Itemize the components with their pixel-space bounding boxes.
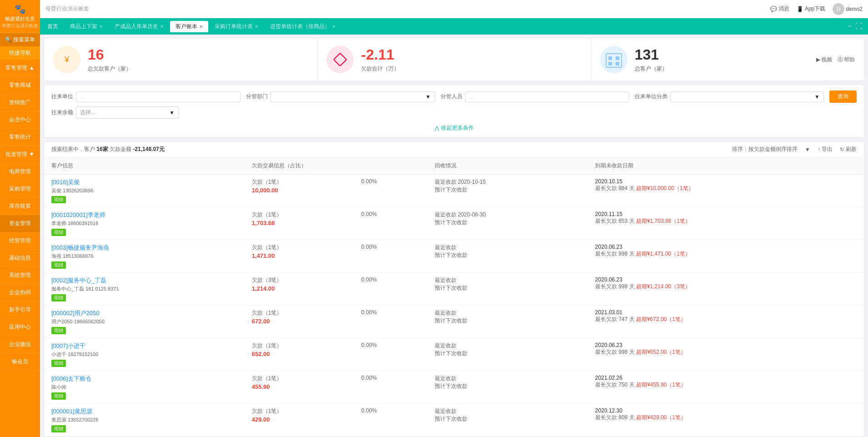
collapse-filter-btn[interactable]: ⋀ 收起更多条件 <box>51 122 857 132</box>
sidebar-item-guide[interactable]: 新手引导 <box>0 301 40 319</box>
balance-select[interactable]: 选择... ▼ <box>76 106 179 119</box>
sidebar-item-purchase[interactable]: 采购管理 <box>0 181 40 198</box>
sidebar-item-retail-stats[interactable]: 零售统计 <box>0 129 40 146</box>
user-profile[interactable]: D demo2 <box>833 3 863 15</box>
export-btn[interactable]: ↑ 导出 <box>818 146 833 153</box>
overdue-link[interactable]: 超期¥10,000.00（1笔） <box>636 185 694 191</box>
sidebar-item-member-plus[interactable]: 畅会员 <box>0 353 40 371</box>
card-icon-building <box>600 46 627 73</box>
customer-name-link[interactable]: [0001020001]李老师 <box>51 211 237 219</box>
table-row: [0006]去下粮仓 陈小帅 现销 欠款（1笔） 455.90 0.00% 最近… <box>44 371 864 404</box>
sidebar-item-wecom[interactable]: 企业微信 <box>0 336 40 353</box>
tab-customer-account[interactable]: 客户账本 ✕ <box>170 21 208 32</box>
tab-product-shelf[interactable]: 商品上下架 ✕ <box>65 21 108 32</box>
category-select[interactable]: ▼ <box>670 91 824 102</box>
tab-label: 客户账本 <box>176 23 197 30</box>
app-download-btn[interactable]: 📱 App下载 <box>797 5 825 13</box>
customer-count: 16家 <box>96 146 108 152</box>
cell-ratio: 0.00% <box>354 175 427 207</box>
overdue-link[interactable]: 超期¥672.00（1笔） <box>636 316 686 322</box>
sidebar-item-label: 基础信息 <box>9 255 31 261</box>
overdue-link[interactable]: 超期¥455.90（1笔） <box>636 382 686 388</box>
tab-close-icon[interactable]: ✕ <box>160 24 164 29</box>
sidebar-item-retail-store[interactable]: 零售商城 <box>0 77 40 94</box>
table-row: [000001]黄思源 黄思源 13552700226 现销 欠款（1笔） 42… <box>44 404 864 437</box>
customer-name-link[interactable]: [0016]吴俊 <box>51 178 237 186</box>
customer-tag: 现销 <box>51 425 66 432</box>
tab-close-icon[interactable]: ✕ <box>332 24 336 29</box>
debt-count: 欠款（1笔） <box>252 211 347 219</box>
overdue-link[interactable]: 超期¥1,471.00（1笔） <box>636 251 691 257</box>
message-btn[interactable]: 💬 消息 <box>770 5 789 13</box>
tabs-minimize-btn[interactable]: − <box>848 22 852 30</box>
tab-product-history[interactable]: 产成品入库单历史 ✕ <box>109 21 169 32</box>
chevron-down-icon[interactable]: ▼ <box>805 146 810 153</box>
cell-ratio: 0.00% <box>354 404 427 437</box>
vendor-input[interactable]: ... <box>76 91 241 102</box>
sidebar-item-inventory[interactable]: 库存核算 <box>0 198 40 215</box>
svg-text:¥: ¥ <box>64 55 70 64</box>
cell-customer-info: [0016]吴俊 吴俊 13026203696 现销 <box>44 175 245 207</box>
query-button[interactable]: 查询 <box>829 90 857 103</box>
category-label: 往来单位分类 <box>635 93 667 100</box>
sidebar-item-label: 电商管理 <box>9 168 31 175</box>
debt-count: 欠款（3笔） <box>252 276 347 284</box>
sidebar-item-operations[interactable]: 经营管理 <box>0 232 40 250</box>
sidebar-item-wholesale[interactable]: 批发管理 ▼ <box>0 146 40 163</box>
last-payment: 最近收款 <box>435 309 581 317</box>
refresh-btn[interactable]: ↻ 刷新 <box>840 146 857 153</box>
tab-close-icon[interactable]: ✕ <box>99 24 103 29</box>
sidebar-item-member[interactable]: 会员中心 <box>0 111 40 129</box>
quick-nav[interactable]: 快捷导航 <box>0 46 40 60</box>
sidebar-item-ecommerce[interactable]: 电商管理 <box>0 163 40 181</box>
svg-rect-5 <box>616 56 619 60</box>
tab-close-icon[interactable]: ✕ <box>255 24 258 29</box>
tab-home[interactable]: 首页 <box>42 21 64 32</box>
sidebar-item-retail-management[interactable]: 零售管理 ▲ <box>0 60 40 77</box>
cell-customer-info: [0003]畅捷服务尹海燕 海燕 18513066976 现销 <box>44 240 245 273</box>
video-btn[interactable]: ▶ 视频 <box>816 56 832 64</box>
tab-close-icon[interactable]: ✕ <box>199 24 203 29</box>
overdue-link[interactable]: 超期¥652.00（1笔） <box>636 349 686 355</box>
manager-input[interactable]: ... <box>465 91 630 102</box>
sidebar-item-basic-info[interactable]: 基础信息 <box>0 250 40 267</box>
debt-amount-value: 429.00 <box>252 416 347 423</box>
cell-due-date: 2021.03.01 最长欠款 747 天 超期¥672.00（1笔） <box>588 306 864 338</box>
due-date-value: 2020.06.23 <box>595 342 857 348</box>
customer-name-link[interactable]: [0002]服务中心_丁磊 <box>51 276 237 285</box>
customer-name-link[interactable]: [000001]黄思源 <box>51 407 237 416</box>
search-menu[interactable]: 🔍 搜索菜单 <box>0 33 40 46</box>
debt-amount-value: 1,703.68 <box>252 220 347 226</box>
sidebar-item-system[interactable]: 系统管理 <box>0 267 40 284</box>
debt-amount-value: 672.00 <box>252 318 347 325</box>
tab-purchase-summary[interactable]: 进货单统计表（按商品） ✕ <box>265 21 341 32</box>
sidebar-item-app-center[interactable]: 应用中心 <box>0 319 40 336</box>
sidebar-item-finance[interactable]: 资金管理 <box>0 215 40 232</box>
tabs-expand-btn[interactable]: ⛶ <box>855 22 863 30</box>
dept-select[interactable]: ▼ <box>271 91 435 102</box>
tabs-actions: − ⛶ <box>848 22 866 30</box>
customer-tag: 现销 <box>51 327 66 334</box>
tab-home-label: 首页 <box>47 23 58 30</box>
help-btn[interactable]: ⓪ 帮助 <box>838 56 855 64</box>
debt-ratio: 0.00% <box>361 309 420 316</box>
col-collection: 回收情况 <box>427 157 588 175</box>
export-icon: ↑ <box>818 146 820 153</box>
customer-contact: 服务中心_丁磊 181 0125 8371 <box>51 286 237 292</box>
customer-name-link[interactable]: [0003]畅捷服务尹海燕 <box>51 244 237 252</box>
customer-name-link[interactable]: [0007]小进千 <box>51 342 237 350</box>
debt-label: 欠款金额 <box>110 146 131 152</box>
overdue-days: 最长欠款 884 天 超期¥10,000.00（1笔） <box>595 185 857 192</box>
help-label: 帮助 <box>844 56 855 64</box>
customer-name-link[interactable]: [000002]用户2050 <box>51 309 237 317</box>
total-customer-count: 131 <box>635 46 809 63</box>
overdue-link[interactable]: 超期¥1,214.00（3笔） <box>636 283 691 290</box>
sidebar-item-marketing[interactable]: 营销推广 <box>0 94 40 111</box>
overdue-link[interactable]: 超期¥429.00（1笔） <box>636 414 686 421</box>
filter-row-2: 往来余额 选择... ▼ <box>51 106 857 119</box>
tab-purchase-stats[interactable]: 采购订单统计表 ✕ <box>209 21 264 32</box>
overdue-link[interactable]: 超期¥1,703.68（1笔） <box>636 218 691 224</box>
search-menu-label: 搜索菜单 <box>13 36 35 43</box>
sidebar-item-collab[interactable]: 企业协同 <box>0 284 40 301</box>
customer-name-link[interactable]: [0006]去下粮仓 <box>51 375 237 383</box>
